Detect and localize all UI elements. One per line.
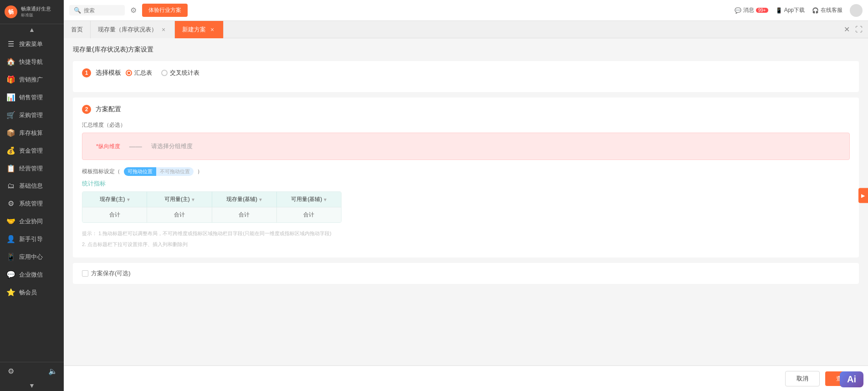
sidebar-item-quick-nav[interactable]: 🏠快捷导航	[0, 53, 64, 71]
sidebar-bottom: ⚙ 🔈	[0, 362, 64, 380]
sidebar-label-member: 畅会员	[19, 288, 37, 297]
ai-badge[interactable]: Ai	[840, 371, 863, 387]
stat-table-header: 现存量(主)▾可用量(主)▾现存量(基辅)▾可用量(基辅)▾	[82, 192, 341, 207]
user-avatar[interactable]	[850, 4, 863, 17]
toggle-not-draggable[interactable]: 不可拖动位置	[156, 167, 194, 176]
app-download-item[interactable]: 📱 App下载	[776, 6, 805, 14]
sidebar-label-marketing: 营销推广	[19, 76, 43, 84]
section-template: 1 选择模板 汇总表 交叉统计表	[73, 61, 859, 92]
main-content: 🔍 ⚙ 体验行业方案 💬 消息 99+ 📱 App下载 🎧 在线客服 首页	[64, 0, 868, 391]
hint-text: 2. 点击标题栏下拉可设置排序、插入列和删除列	[82, 239, 850, 249]
message-label: 消息	[743, 6, 754, 14]
sidebar-label-search-menu: 搜索菜单	[19, 40, 43, 48]
chevron-down-icon: ▾	[192, 196, 194, 203]
stat-col-header-available-aux[interactable]: 可用量(基辅)▾	[277, 192, 341, 207]
radio-summary[interactable]: 汇总表	[126, 69, 152, 77]
sidebar-icon-operations: 📋	[6, 164, 15, 173]
topbar-gear-icon[interactable]: ⚙	[128, 4, 138, 16]
stat-col-cell-current-aux: 合计	[212, 207, 277, 222]
sidebar-icon-new-guide: 👤	[6, 235, 15, 243]
experience-btn[interactable]: 体验行业方案	[142, 4, 188, 17]
save-option[interactable]: 方案保存(可选)	[82, 269, 850, 278]
stat-col-header-current-main[interactable]: 现存量(主)▾	[82, 192, 147, 207]
cancel-button[interactable]: 取消	[785, 371, 820, 386]
stat-col-header-current-aux[interactable]: 现存量(基辅)▾	[212, 192, 277, 207]
dim-required-label: *纵向维度	[96, 143, 120, 150]
sidebar-item-finance[interactable]: 💰资金管理	[0, 142, 64, 159]
dimension-box[interactable]: *纵向维度 —— 请选择分组维度	[82, 133, 850, 160]
sidebar-label-wechat: 企业微信	[19, 271, 43, 279]
sidebar-item-basic-info[interactable]: 🗂基础信息	[0, 177, 64, 195]
search-input[interactable]	[84, 7, 120, 14]
tab-close-btn[interactable]: ✕	[842, 23, 852, 36]
stat-col-header-available-main[interactable]: 可用量(主)▾	[147, 192, 212, 207]
sidebar-label-system: 系统管理	[19, 200, 43, 208]
sidebar-item-purchase[interactable]: 🛒采购管理	[0, 106, 64, 124]
search-icon: 🔍	[74, 7, 81, 14]
tab-expand-btn[interactable]: ⛶	[853, 24, 864, 36]
sidebar-item-wechat[interactable]: 💬企业微信	[0, 266, 64, 283]
toggle-draggable[interactable]: 可拖动位置	[124, 167, 156, 176]
sidebar-icon-sales: 📊	[6, 93, 15, 102]
sidebar-label-finance: 资金管理	[19, 147, 43, 155]
sidebar-scroll-up[interactable]: ▲	[0, 24, 64, 35]
sidebar-icon-member: ⭐	[6, 288, 15, 297]
statistics-table: 现存量(主)▾可用量(主)▾现存量(基辅)▾可用量(基辅)▾ 合计合计合计合计	[82, 191, 342, 223]
sidebar-item-cooperation[interactable]: 🤝企业协同	[0, 212, 64, 230]
radio-cross[interactable]: 交叉统计表	[161, 69, 199, 77]
stat-col-label-current-main: 现存量(主)	[100, 196, 125, 203]
settings-icon[interactable]: ⚙	[6, 367, 15, 376]
sidebar-icon-system: ⚙	[6, 199, 15, 208]
sidebar-label-cooperation: 企业协同	[19, 217, 43, 226]
message-icon: 💬	[735, 7, 741, 14]
indicator-label: 模板指标设定（ 可拖动位置 不可拖动位置 ）	[82, 167, 850, 176]
stat-col-label-current-aux: 现存量(基辅)	[226, 196, 257, 203]
tab-inventory-status-label: 现存量（库存状况表）	[98, 26, 157, 34]
tab-inventory-status[interactable]: 现存量（库存状况表） ×	[91, 21, 175, 38]
sidebar-item-inventory[interactable]: 📦库存核算	[0, 124, 64, 142]
sidebar-icon-marketing: 🎁	[6, 75, 15, 84]
sidebar-item-member[interactable]: ⭐畅会员	[0, 283, 64, 301]
sidebar-items-list: ☰搜索菜单🏠快捷导航🎁营销推广📊销售管理🛒采购管理📦库存核算💰资金管理📋经营管理…	[0, 35, 64, 362]
sidebar-scroll-down[interactable]: ▼	[0, 380, 64, 391]
tabs-bar: 首页 现存量（库存状况表） × 新建方案 × ✕ ⛶	[64, 21, 868, 38]
sidebar-icon-cooperation: 🤝	[6, 217, 15, 226]
radio-cross-label: 交叉统计表	[170, 69, 199, 77]
sidebar-item-sales[interactable]: 📊销售管理	[0, 88, 64, 106]
tab-new-scheme[interactable]: 新建方案 ×	[175, 21, 224, 38]
sidebar-item-system[interactable]: ⚙系统管理	[0, 195, 64, 212]
audio-icon[interactable]: 🔈	[48, 367, 57, 376]
sidebar-item-app-center[interactable]: 📱应用中心	[0, 248, 64, 266]
phone-icon: 📱	[776, 7, 782, 14]
sidebar-label-new-guide: 新手引导	[19, 235, 43, 243]
sidebar-icon-basic-info: 🗂	[6, 182, 15, 190]
tab-inventory-status-close[interactable]: ×	[160, 26, 167, 33]
tab-new-scheme-close[interactable]: ×	[209, 26, 216, 33]
page-title: 现存量(库存状况表)方案设置	[73, 46, 859, 54]
save-option-section: 方案保存(可选)	[73, 263, 859, 284]
dim-placeholder: 请选择分组维度	[151, 142, 193, 150]
sidebar-item-search-menu[interactable]: ☰搜索菜单	[0, 35, 64, 53]
toggle-pill: 可拖动位置 不可拖动位置	[124, 167, 194, 176]
sidebar-item-marketing[interactable]: 🎁营销推广	[0, 71, 64, 88]
save-checkbox[interactable]	[82, 270, 88, 277]
sidebar-icon-app-center: 📱	[6, 252, 15, 261]
message-item[interactable]: 💬 消息 99+	[735, 6, 768, 14]
right-panel-hint[interactable]: ▶	[858, 188, 868, 203]
sidebar-item-new-guide[interactable]: 👤新手引导	[0, 230, 64, 248]
chevron-down-icon: ▾	[324, 196, 327, 203]
sidebar-label-sales: 销售管理	[19, 93, 43, 102]
sidebar-label-purchase: 采购管理	[19, 111, 43, 119]
sidebar-item-operations[interactable]: 📋经营管理	[0, 159, 64, 177]
online-service-item[interactable]: 🎧 在线客服	[812, 6, 842, 14]
section1-num: 1	[82, 68, 91, 77]
stat-col-label-available-aux: 可用量(基辅)	[291, 196, 322, 203]
page-content: 现存量(库存状况表)方案设置 1 选择模板 汇总表 交叉统计表	[64, 38, 868, 365]
sidebar-icon-search-menu: ☰	[6, 40, 15, 48]
topbar-search-box[interactable]: 🔍	[69, 5, 125, 15]
radio-summary-circle	[126, 70, 132, 76]
section2-header: 2 方案配置	[82, 105, 850, 114]
radio-summary-label: 汇总表	[134, 69, 152, 77]
tab-home[interactable]: 首页	[64, 21, 91, 38]
stat-table-row: 合计合计合计合计	[82, 207, 341, 222]
